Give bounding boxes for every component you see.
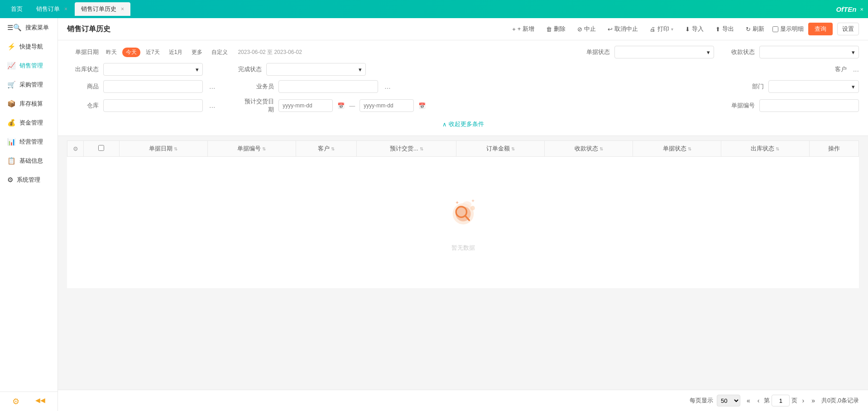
order-no-input[interactable] [759,99,859,112]
operations-icon: 📊 [7,138,16,146]
payment-status-chevron: ▾ [852,49,855,56]
filter-area: 单据日期 昨天 今天 近7天 近1月 更多 自定义 2023-06-02 至 2… [58,40,868,136]
warehouse-label: 仓库 [67,102,99,110]
sidebar-item-system-mgmt[interactable]: ⚙ 系统管理 [0,170,58,189]
sidebar-item-operations[interactable]: 📊 经营管理 [0,132,58,151]
customer-dots[interactable]: ... [853,65,859,73]
salesperson-input[interactable] [278,80,378,93]
th-expected-delivery[interactable]: 预计交货... ⇅ [357,141,456,157]
th-order-status-label: 单据状态 [663,145,686,153]
basic-info-icon: 📋 [7,157,16,165]
th-order-status[interactable]: 单据状态 ⇅ [633,141,721,157]
salesperson-dots[interactable]: ... [384,82,390,91]
th-order-no[interactable]: 单据编号 ⇅ [207,141,296,157]
query-button[interactable]: 查询 [808,23,833,35]
sales-mgmt-icon: 📈 [7,62,16,70]
select-all-checkbox[interactable] [98,145,104,151]
th-expected-delivery-label: 预计交货... [390,145,418,153]
expected-date-end[interactable] [360,99,414,112]
date-tab-more[interactable]: 更多 [188,48,206,57]
ship-status-chevron: ▾ [196,66,199,73]
calendar-start-icon[interactable]: 📅 [337,102,345,109]
tab-sales-order-history-close[interactable]: × [121,6,124,12]
svg-point-5 [470,206,475,210]
expected-date-start[interactable] [278,99,333,112]
tab-sales-order-close[interactable]: × [64,6,67,12]
tab-sales-order-history[interactable]: 销售订单历史 × [75,2,130,16]
svg-text:✦: ✦ [470,198,475,203]
delete-label: 删除 [554,25,566,33]
refresh-button[interactable]: ↻ 刷新 [742,23,768,35]
sidebar-audio-btn[interactable]: ◀◀ [35,396,45,406]
sidebar-item-search-label: 搜索菜单 [25,24,49,32]
topbar-close-icon[interactable]: × [860,6,863,13]
refresh-icon: ↻ [746,26,751,33]
table-settings-icon[interactable]: ⚙ [73,145,78,152]
next-page-btn[interactable]: › [799,396,807,405]
sidebar-item-inventory[interactable]: 📦 库存核算 [0,94,58,113]
tab-sales-order[interactable]: 销售订单 × [30,2,74,16]
th-ship-status[interactable]: 出库状态 ⇅ [721,141,809,157]
th-order-date[interactable]: 单据日期 ⇅ [119,141,207,157]
th-customer[interactable]: 客户 ⇅ [296,141,357,157]
th-order-date-label: 单据日期 [149,145,173,153]
per-page-select[interactable]: 50 10 20 100 [717,395,740,406]
date-tab-yesterday[interactable]: 昨天 [102,48,120,57]
last-page-btn[interactable]: » [809,396,818,405]
sidebar-item-purchase-label: 采购管理 [19,81,43,89]
display-columns-toggle[interactable]: 显示明细 [772,25,804,33]
date-tab-custom[interactable]: 自定义 [208,48,231,57]
ship-status-select[interactable]: ▾ [103,63,203,76]
export-button[interactable]: ⬆ 导出 [712,23,738,35]
date-tab-last7[interactable]: 近7天 [142,48,163,57]
th-order-amount-sort: 订单金额 ⇅ [486,145,515,153]
date-tab-last1m[interactable]: 近1月 [165,48,187,57]
stop-button[interactable]: ⊘ 中止 [574,23,599,35]
order-status-sort-icon: ⇅ [688,146,691,151]
sidebar-item-quick-nav-label: 快捷导航 [19,43,43,51]
display-columns-checkbox[interactable] [772,26,778,32]
print-button[interactable]: 🖨 打印 ▾ [646,23,677,35]
cancel-stop-icon: ↩ [608,26,613,33]
delete-button[interactable]: 🗑 删除 [542,23,569,35]
first-page-btn[interactable]: « [744,396,753,405]
date-tab-today[interactable]: 今天 [122,48,140,57]
sidebar-item-basic-info[interactable]: 📋 基础信息 [0,151,58,170]
dept-select[interactable]: ▾ [768,80,859,93]
sidebar-item-operations-label: 经营管理 [19,138,43,146]
cancel-stop-button[interactable]: ↩ 取消中止 [604,23,642,35]
warehouse-input[interactable] [103,99,203,112]
prev-page-btn[interactable]: ‹ [755,396,762,405]
new-button[interactable]: + + 新增 [508,23,538,35]
page-number-input[interactable] [772,395,790,406]
sidebar-settings-btn[interactable]: ⚙ [12,396,19,406]
sidebar-item-purchase-mgmt[interactable]: 🛒 采购管理 [0,75,58,94]
payment-status-select[interactable]: ▾ [759,46,859,58]
sidebar-item-search-menu[interactable]: ☰🔍 搜索菜单 [0,18,58,37]
export-label: 导出 [722,25,734,33]
main-layout: ☰🔍 搜索菜单 ⚡ 快捷导航 📈 销售管理 🛒 采购管理 📦 库存核算 💰 资金… [0,18,868,411]
new-label: + 新增 [518,25,534,33]
search-menu-icon: ☰🔍 [7,24,22,32]
collapse-label: 收起更多条件 [449,120,484,128]
sidebar-item-sales-mgmt[interactable]: 📈 销售管理 [0,56,58,75]
th-payment-status[interactable]: 收款状态 ⇅ [545,141,633,157]
settings-button[interactable]: 设置 [837,23,859,35]
page-suffix: 页 [791,396,797,405]
tab-home-label: 首页 [11,5,23,13]
sidebar-item-finance[interactable]: 💰 资金管理 [0,113,58,132]
collapse-bar[interactable]: ∧ 收起更多条件 [67,118,859,130]
goods-dots[interactable]: ... [209,82,215,91]
sidebar-item-quick-nav[interactable]: ⚡ 快捷导航 [0,37,58,56]
tab-home[interactable]: 首页 [5,2,29,16]
th-order-amount[interactable]: 订单金额 ⇅ [456,141,545,157]
table-area: ⚙ 单据日期 ⇅ 单据编号 [58,136,868,390]
purchase-mgmt-icon: 🛒 [7,81,16,89]
calendar-end-icon[interactable]: 📅 [418,102,426,109]
warehouse-dots[interactable]: ... [209,102,215,110]
import-button[interactable]: ⬇ 导入 [681,23,707,35]
order-no-label: 单据编号 [723,102,755,110]
complete-status-select[interactable]: ▾ [266,63,366,76]
order-status-select[interactable]: ▾ [614,46,714,58]
goods-input[interactable] [103,80,203,93]
